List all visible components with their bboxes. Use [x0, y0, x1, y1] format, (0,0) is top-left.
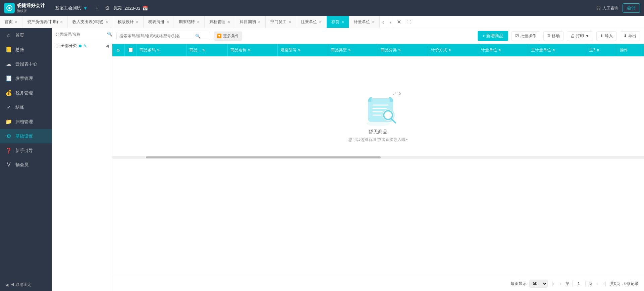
sidebar-item-invoice[interactable]: 🧾 发票管理 — [0, 71, 52, 86]
sort-unit-icon[interactable]: ⇅ — [498, 48, 501, 52]
sidebar-item-member[interactable]: V 畅会员 — [0, 158, 52, 172]
tab-next-button[interactable]: › — [387, 16, 394, 28]
sort-col3-icon[interactable]: ⇅ — [597, 48, 599, 52]
tab-template-close[interactable]: ✕ — [136, 20, 139, 24]
sort-barcode-icon[interactable]: ⇅ — [157, 48, 160, 52]
sidebar-item-ledger[interactable]: 📒 总账 — [0, 42, 52, 57]
tab-archive-close[interactable]: ✕ — [227, 20, 230, 24]
tab-inventory[interactable]: 存货 ✕ — [327, 16, 349, 28]
sidebar-item-reports[interactable]: ☁ 云报表中心 — [0, 57, 52, 71]
category-search-icon[interactable]: 🔍 — [107, 32, 112, 37]
tab-archive[interactable]: 归档管理 ✕ — [205, 16, 235, 28]
tab-prev-button[interactable]: ‹ — [380, 16, 387, 28]
tab-tax[interactable]: 税表清册 ✕ — [144, 16, 174, 28]
tab-unit-close[interactable]: ✕ — [372, 20, 375, 24]
tab-income[interactable]: 收入支出表(年报) ✕ — [68, 16, 113, 28]
move-button[interactable]: ⇅ 移动 — [543, 31, 564, 41]
account-button[interactable]: 会计 — [623, 3, 640, 13]
tab-inventory-close[interactable]: ✕ — [341, 20, 344, 24]
sidebar-item-close[interactable]: ✓ 结账 — [0, 100, 52, 114]
tab-subject[interactable]: 科目期初 ✕ — [235, 16, 266, 28]
page-suffix: 页 — [588, 281, 592, 287]
tab-template-label: 模版设计 — [118, 19, 134, 25]
th-barcode[interactable]: 商品条码⇅ — [137, 44, 186, 56]
sidebar-item-settings[interactable]: ⚙ 基础设置 — [0, 129, 52, 143]
th-col3[interactable]: 主3⇅ — [586, 44, 617, 56]
th-price-method[interactable]: 计价方式⇅ — [428, 44, 478, 56]
collapse-left-icon[interactable]: ◀ — [106, 44, 109, 48]
tab-period-close-x[interactable]: ✕ — [197, 20, 200, 24]
search-bar-icon[interactable]: 🔍 — [195, 34, 201, 39]
tab-dept-close[interactable]: ✕ — [288, 20, 291, 24]
calendar-icon[interactable]: 📅 — [143, 6, 148, 11]
table-container: ⚙ 商品条码⇅ 商品...⇅ 商品名称⇅ — [112, 44, 644, 276]
tab-income-close[interactable]: ✕ — [105, 20, 108, 24]
tab-close-all-button[interactable]: ✕ — [394, 16, 404, 28]
tab-template[interactable]: 模版设计 ✕ — [113, 16, 144, 28]
scrollbar-thumb[interactable] — [146, 156, 381, 158]
category-search-input[interactable] — [55, 32, 106, 37]
sort-name-icon[interactable]: ⇅ — [248, 48, 251, 52]
add-icon[interactable]: ＋ — [94, 5, 100, 12]
sidebar-item-guide[interactable]: ❓ 新手引导 — [0, 143, 52, 158]
settings-icon[interactable]: ⚙ — [105, 5, 110, 11]
th-settings[interactable]: ⚙ — [112, 44, 124, 56]
tab-home-close[interactable]: ✕ — [15, 20, 17, 24]
sidebar-item-home[interactable]: ⌂ 首页 — [0, 28, 52, 42]
add-product-button[interactable]: + 新增商品 — [478, 31, 508, 41]
th-name[interactable]: 商品名称⇅ — [228, 44, 278, 56]
th-spec[interactable]: 规格型号⇅ — [278, 44, 328, 56]
unpin-button[interactable]: ◀ ◀ 取消固定 — [0, 279, 52, 291]
consulting-button[interactable]: 🎧 人工咨询 — [596, 5, 619, 11]
unpin-label: ◀ 取消固定 — [10, 282, 32, 288]
th-checkbox[interactable] — [124, 44, 137, 56]
tab-tax-close[interactable]: ✕ — [166, 20, 169, 24]
last-page-button[interactable]: ›| — [602, 281, 607, 286]
import-button[interactable]: ⬆ 导入 — [596, 31, 616, 41]
company-selector[interactable]: 基层工会测试 ▼ — [55, 5, 88, 11]
tab-unit[interactable]: 计量单位 ✕ — [349, 16, 380, 28]
sort-category-icon[interactable]: ⇅ — [398, 48, 401, 52]
sort-code-icon[interactable]: ⇅ — [202, 48, 205, 52]
tab-dept[interactable]: 部门员工 ✕ — [266, 16, 296, 28]
next-page-button[interactable]: › — [595, 281, 599, 286]
export-button[interactable]: ⬇ 导出 — [620, 31, 640, 41]
th-main-unit[interactable]: 主计量单位⇅ — [528, 44, 586, 56]
tab-home[interactable]: 首页 ✕ — [0, 16, 22, 28]
sort-spec-icon[interactable]: ⇅ — [298, 48, 301, 52]
tab-balance-close[interactable]: ✕ — [60, 20, 63, 24]
th-category[interactable]: 商品分类⇅ — [378, 44, 428, 56]
tab-subject-close[interactable]: ✕ — [258, 20, 261, 24]
tab-subject-label: 科目期初 — [240, 19, 256, 25]
sort-main-unit-icon[interactable]: ⇅ — [552, 48, 555, 52]
sort-price-icon[interactable]: ⇅ — [448, 48, 451, 52]
product-search-input[interactable] — [119, 34, 193, 38]
sidebar-item-tax[interactable]: 💰 税务管理 — [0, 86, 52, 100]
more-filter-button[interactable]: 🔽 更多条件 — [214, 32, 242, 41]
batch-op-button[interactable]: ☑ 批量操作 — [512, 31, 540, 41]
th-main-unit-label: 主计量单位 — [531, 47, 551, 53]
page-size-select[interactable]: 20 50 100 — [529, 280, 548, 288]
tab-period-close[interactable]: 期末结转 ✕ — [174, 16, 205, 28]
tab-expand-button[interactable]: ⛶ — [404, 16, 414, 28]
page-number-input[interactable] — [572, 280, 586, 287]
print-button[interactable]: 🖨 打印 ▼ — [567, 31, 593, 41]
first-page-button[interactable]: |‹ — [550, 281, 556, 286]
tab-contacts[interactable]: 往来单位 ✕ — [296, 16, 327, 28]
sort-type-icon[interactable]: ⇅ — [348, 48, 351, 52]
account-label: 会计 — [627, 5, 636, 10]
horizontal-scrollbar[interactable] — [112, 156, 644, 159]
th-code[interactable]: 商品...⇅ — [186, 44, 227, 56]
logo-area: 畅捷通好会计 旗舰版 — [4, 3, 51, 13]
prev-page-button[interactable]: ‹ — [558, 281, 563, 286]
th-unit[interactable]: 计量单位⇅ — [478, 44, 528, 56]
tab-balance[interactable]: 资产负债表(中期) ✕ — [22, 16, 68, 28]
th-type[interactable]: 商品类型⇅ — [328, 44, 378, 56]
sidebar-item-archive[interactable]: 📁 归档管理 — [0, 114, 52, 129]
tab-tax-label: 税表清册 — [148, 19, 164, 25]
company-dropdown-icon: ▼ — [83, 6, 88, 11]
select-all-checkbox[interactable] — [128, 48, 133, 52]
edit-category-icon[interactable]: ✎ — [84, 44, 87, 48]
th-spec-label: 规格型号 — [280, 47, 297, 53]
tab-contacts-close[interactable]: ✕ — [319, 20, 322, 24]
